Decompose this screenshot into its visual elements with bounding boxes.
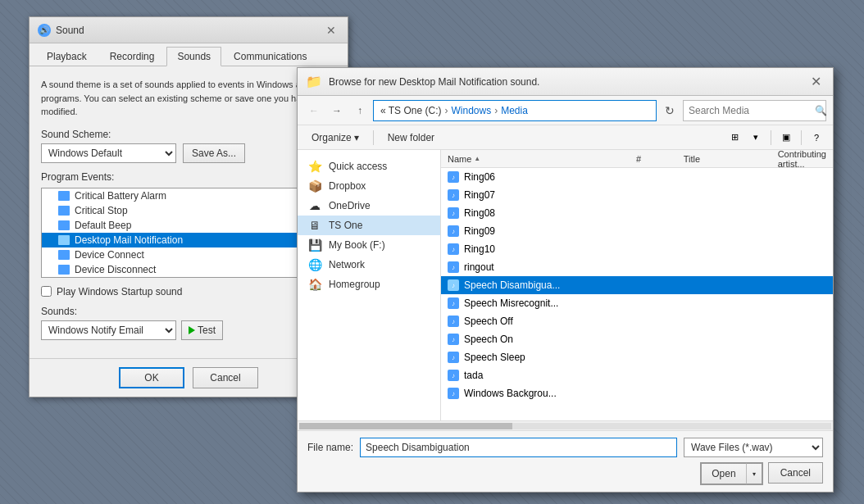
up-button[interactable]: ↑ [350, 101, 370, 120]
refresh-button[interactable]: ↻ [660, 101, 680, 120]
filetype-dropdown[interactable]: Wave Files (*.wav) [684, 438, 823, 457]
back-button[interactable]: ← [304, 101, 324, 120]
search-box: 🔍 [683, 100, 826, 121]
sound-dialog-close-button[interactable]: ✕ [323, 22, 339, 39]
file-item[interactable]: Ring10 [441, 240, 833, 258]
events-label: Program Events: [41, 171, 336, 183]
file-item[interactable]: Ring08 [441, 204, 833, 222]
file-item[interactable]: ringout [441, 258, 833, 276]
toolbar-sep-2 [771, 130, 771, 145]
path-windows[interactable]: Windows [451, 105, 491, 116]
file-name: Ring07 [448, 189, 644, 201]
file-name: ringout [448, 261, 644, 273]
event-icon [58, 206, 70, 216]
event-device-connect[interactable]: Device Connect [42, 247, 335, 262]
event-icon [58, 265, 70, 275]
col-header-artist[interactable]: Contributing artist... [778, 150, 826, 169]
audio-file-icon [448, 279, 459, 291]
file-item[interactable]: Ring06 [441, 168, 833, 186]
nav-ts-one[interactable]: 🖥 TS One [298, 216, 440, 235]
file-name: Ring08 [448, 207, 644, 219]
sounds-dropdown[interactable]: Windows Notify Email [41, 320, 176, 340]
event-critical-stop[interactable]: Critical Stop [42, 203, 335, 218]
audio-file-icon [448, 334, 459, 345]
file-name: Ring06 [448, 171, 644, 183]
sort-arrow-icon: ▲ [474, 155, 480, 162]
file-item-selected[interactable]: Speech Disambigua... [441, 276, 833, 294]
forward-button[interactable]: → [327, 101, 347, 120]
search-input[interactable] [689, 105, 812, 116]
startup-label: Play Windows Startup sound [57, 286, 182, 297]
tab-sounds[interactable]: Sounds [166, 47, 221, 66]
event-default-beep[interactable]: Default Beep [42, 218, 335, 233]
tab-recording[interactable]: Recording [99, 47, 166, 66]
startup-checkbox-row: Play Windows Startup sound [41, 286, 336, 297]
nav-homegroup[interactable]: 🏠 Homegroup [298, 275, 440, 294]
cancel-button[interactable]: Cancel [193, 367, 258, 388]
address-path[interactable]: « TS One (C:) › Windows › Media [373, 100, 657, 121]
save-as-button[interactable]: Save As... [183, 143, 245, 163]
sound-scheme-dropdown[interactable]: Windows Default [41, 143, 176, 163]
col-header-number[interactable]: # [636, 154, 684, 164]
tab-playback[interactable]: Playback [36, 47, 98, 66]
nav-onedrive[interactable]: ☁ OneDrive [298, 196, 440, 216]
sound-dialog-tabs: Playback Recording Sounds Communications [30, 43, 348, 66]
view-details-button[interactable]: ⊞ [725, 129, 744, 147]
startup-checkbox[interactable] [41, 286, 52, 297]
search-icon[interactable]: 🔍 [815, 105, 827, 116]
file-item[interactable]: Speech Misrecognit... [441, 294, 833, 312]
address-bar: ← → ↑ « TS One (C:) › Windows › Media ↻ … [298, 96, 833, 125]
file-name: Ring10 [448, 243, 644, 255]
horizontal-scrollbar[interactable] [298, 420, 833, 430]
nav-dropbox[interactable]: 📦 Dropbox [298, 176, 440, 196]
open-button[interactable]: Open [701, 463, 745, 484]
sounds-section: Sounds: Windows Notify Email Test [41, 306, 336, 340]
help-button[interactable]: ? [807, 129, 826, 147]
test-button[interactable]: Test [181, 320, 223, 340]
file-item[interactable]: Ring09 [441, 222, 833, 240]
col-header-title[interactable]: Title [684, 154, 778, 164]
my-book-icon: 💾 [307, 238, 322, 252]
sound-scheme-label: Sound Scheme: [41, 129, 336, 140]
filename-input[interactable] [360, 438, 677, 457]
footer-buttons: Open ▾ Cancel [307, 462, 823, 485]
audio-file-icon [448, 207, 459, 219]
preview-pane-button[interactable]: ▣ [776, 129, 796, 147]
file-name: Windows Backgrou... [448, 388, 644, 399]
filename-row: File name: Wave Files (*.wav) [307, 438, 823, 457]
event-device-disconnect[interactable]: Device Disconnect [42, 262, 335, 277]
play-icon [189, 326, 195, 334]
ok-button[interactable]: OK [119, 367, 184, 388]
audio-file-icon [448, 189, 459, 201]
cancel-browse-button[interactable]: Cancel [768, 462, 823, 484]
path-sep-2: › [494, 105, 498, 116]
file-item[interactable]: Windows Backgrou... [441, 384, 833, 402]
path-media[interactable]: Media [501, 105, 528, 116]
file-item[interactable]: Speech On [441, 330, 833, 348]
col-header-name[interactable]: Name ▲ [448, 154, 636, 164]
file-name: Speech Disambigua... [448, 279, 644, 291]
view-dropdown-button[interactable]: ▾ [746, 129, 766, 147]
event-icon [58, 250, 70, 260]
event-critical-battery[interactable]: Critical Battery Alarm [42, 188, 335, 203]
file-item[interactable]: Speech Sleep [441, 348, 833, 366]
sound-dialog-titlebar: 🔊 Sound ✕ [30, 17, 348, 43]
nav-quick-access[interactable]: ⭐ Quick access [298, 157, 440, 176]
tab-communications[interactable]: Communications [223, 47, 317, 66]
audio-file-icon [448, 243, 459, 255]
new-folder-button[interactable]: New folder [380, 129, 442, 147]
file-item[interactable]: Speech Off [441, 312, 833, 330]
audio-file-icon [448, 370, 459, 381]
event-desktop-mail[interactable]: Desktop Mail Notification [42, 233, 335, 247]
audio-file-icon [448, 261, 459, 273]
organize-button[interactable]: Organize ▾ [304, 129, 366, 147]
quick-access-icon: ⭐ [307, 160, 322, 173]
nav-network[interactable]: 🌐 Network [298, 255, 440, 275]
event-icon [58, 191, 70, 201]
browse-close-button[interactable]: ✕ [807, 73, 825, 91]
file-item[interactable]: tada [441, 366, 833, 384]
file-item[interactable]: Ring07 [441, 186, 833, 204]
open-button-group: Open ▾ [700, 462, 762, 485]
open-arrow-button[interactable]: ▾ [746, 463, 762, 484]
nav-my-book[interactable]: 💾 My Book (F:) [298, 235, 440, 255]
